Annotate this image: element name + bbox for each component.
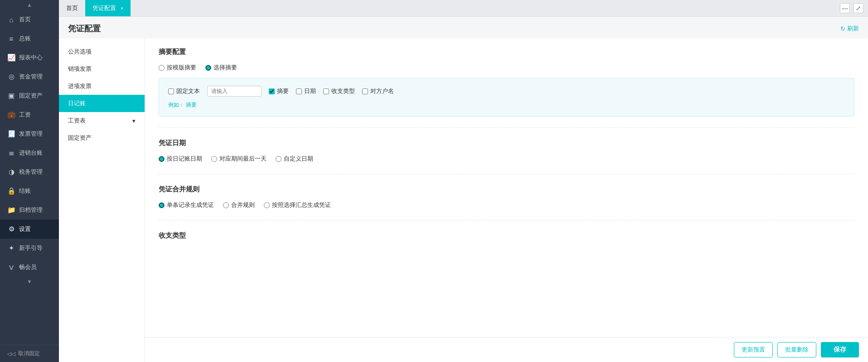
radio-template-summary-input[interactable]	[159, 65, 165, 71]
ledger-icon: ≡	[7, 35, 15, 43]
sidebar-item-payroll[interactable]: 💼 工资	[0, 105, 59, 124]
sidebar-item-sales-ledger[interactable]: ≣ 进销台账	[0, 143, 59, 162]
checkbox-income-expense-label: 收支类型	[331, 87, 355, 95]
body-layout: 公共选项 销项发票 进项发票 日记账 工资表 ▾ 固定资产	[59, 39, 868, 362]
sidebar-scroll-up[interactable]: ▲	[0, 0, 59, 10]
checkbox-counterparty-label: 对方户名	[370, 87, 394, 95]
radio-select-summary-input[interactable]	[205, 65, 211, 71]
maximize-button[interactable]: ⤢	[853, 3, 863, 13]
sidebar-item-reports[interactable]: 📈 报表中心	[0, 48, 59, 67]
radio-journal-date-input[interactable]	[159, 156, 165, 162]
radio-select-merge[interactable]: 按照选择汇总生成凭证	[264, 201, 331, 209]
radio-custom-date[interactable]: 自定义日期	[276, 155, 313, 163]
left-nav-item-label: 销项发票	[68, 65, 92, 73]
sidebar: ▲ ⌂ 首页 ≡ 总账 📈 报表中心 ◎ 资金管理 ▣ 固定资产 💼 工资 🧾 …	[0, 0, 59, 362]
update-preview-button[interactable]: 更新预置	[734, 342, 773, 357]
sidebar-item-funds[interactable]: ◎ 资金管理	[0, 67, 59, 86]
refresh-label: 刷新	[847, 24, 859, 33]
tab-close-icon[interactable]: ×	[121, 5, 123, 11]
checkbox-date-label: 日期	[304, 87, 316, 95]
sidebar-item-label: 总账	[19, 34, 31, 43]
radio-merge-rule-input[interactable]	[223, 202, 229, 208]
checkbox-date[interactable]: 日期	[296, 87, 316, 95]
checkbox-summary-label: 摘要	[277, 87, 289, 95]
sidebar-item-label: 首页	[19, 15, 31, 24]
radio-select-merge-input[interactable]	[264, 202, 270, 208]
save-button[interactable]: 保存	[821, 342, 859, 357]
sidebar-item-guide[interactable]: ✦ 新手引导	[0, 239, 59, 258]
sidebar-item-label: 新手引导	[19, 244, 43, 252]
radio-by-journal-date[interactable]: 按日记账日期	[159, 155, 202, 163]
summary-checkbox-row: 固定文本 摘要 日期	[168, 86, 845, 97]
radio-single-record[interactable]: 单条记录生成凭证	[159, 201, 214, 209]
left-nav: 公共选项 销项发票 进项发票 日记账 工资表 ▾ 固定资产	[59, 39, 145, 362]
radio-custom-date-input[interactable]	[276, 156, 281, 162]
radio-journal-date-label: 按日记账日期	[167, 155, 202, 163]
funds-icon: ◎	[7, 73, 15, 81]
checkbox-fixed-text-input[interactable]	[168, 88, 174, 94]
vip-icon: V	[7, 264, 15, 271]
radio-template-summary-label: 按模版摘要	[167, 64, 196, 72]
left-nav-sales-invoice[interactable]: 销项发票	[59, 60, 145, 78]
minimize-button[interactable]: —	[840, 3, 850, 13]
checkbox-fixed-text[interactable]: 固定文本	[168, 87, 200, 95]
left-nav-public[interactable]: 公共选项	[59, 43, 145, 60]
voucher-date-title: 凭证日期	[159, 139, 854, 147]
merge-rules-radio-group: 单条记录生成凭证 合并规则 按照选择汇总生成凭证	[159, 201, 854, 209]
right-scroll-wrapper: 摘要配置 按模版摘要 选择摘要	[145, 39, 868, 362]
left-nav-purchase-invoice[interactable]: 进项发票	[59, 78, 145, 95]
summary-config-title: 摘要配置	[159, 48, 854, 56]
tab-actions: — ⤢	[840, 3, 868, 13]
checkbox-summary[interactable]: 摘要	[269, 87, 289, 95]
sidebar-unpin[interactable]: ◁◁ 取消固定	[0, 345, 59, 362]
radio-template-summary[interactable]: 按模版摘要	[159, 64, 196, 72]
refresh-button[interactable]: ↻ 刷新	[840, 24, 859, 33]
radio-last-day-period[interactable]: 对应期间最后一天	[211, 155, 267, 163]
guide-icon: ✦	[7, 244, 15, 252]
sidebar-item-ledger[interactable]: ≡ 总账	[0, 29, 59, 48]
sidebar-item-label: 设置	[19, 225, 31, 233]
fixed-text-input[interactable]	[207, 86, 262, 97]
sidebar-item-settings[interactable]: ⚙ 设置	[0, 220, 59, 239]
checkbox-counterparty[interactable]: 对方户名	[362, 87, 394, 95]
example-value: 摘要	[186, 102, 197, 108]
tab-home[interactable]: 首页	[59, 0, 85, 16]
checkbox-income-expense[interactable]: 收支类型	[323, 87, 355, 95]
left-nav-journal[interactable]: 日记账	[59, 95, 145, 112]
page-header: 凭证配置 ↻ 刷新	[59, 17, 868, 39]
radio-single-record-input[interactable]	[159, 202, 165, 208]
left-nav-item-label: 日记账	[68, 99, 86, 108]
batch-delete-button[interactable]: 批量删除	[777, 342, 816, 357]
radio-last-day-input[interactable]	[211, 156, 217, 162]
left-nav-payroll-table[interactable]: 工资表 ▾	[59, 112, 145, 129]
sidebar-item-assets[interactable]: ▣ 固定资产	[0, 86, 59, 105]
income-expense-section: 收支类型	[159, 231, 854, 258]
radio-select-summary[interactable]: 选择摘要	[205, 64, 237, 72]
main-area: 首页 凭证配置 × — ⤢ 凭证配置 ↻ 刷新	[59, 0, 868, 362]
settings-icon: ⚙	[7, 225, 15, 233]
checkbox-summary-input[interactable]	[269, 88, 275, 94]
radio-last-day-label: 对应期间最后一天	[219, 155, 267, 163]
tab-voucher-config[interactable]: 凭证配置 ×	[85, 0, 131, 16]
sidebar-item-home[interactable]: ⌂ 首页	[0, 10, 59, 29]
merge-rules-section: 凭证合并规则 单条记录生成凭证 合并规则	[159, 185, 854, 220]
sidebar-item-label: 进销台账	[19, 149, 43, 157]
sidebar-item-vip[interactable]: V 畅会员	[0, 258, 59, 277]
page-title: 凭证配置	[68, 23, 101, 34]
sidebar-item-tax[interactable]: ◑ 税务管理	[0, 162, 59, 181]
left-nav-fixed-assets[interactable]: 固定资产	[59, 129, 145, 147]
checkbox-income-expense-input[interactable]	[323, 88, 329, 94]
sidebar-scroll-down[interactable]: ▼	[0, 277, 59, 287]
radio-single-record-label: 单条记录生成凭证	[167, 201, 214, 209]
refresh-icon: ↻	[840, 25, 845, 32]
checkbox-date-input[interactable]	[296, 88, 302, 94]
summary-config-section: 摘要配置 按模版摘要 选择摘要	[159, 48, 854, 128]
sidebar-item-archive[interactable]: 📁 归档管理	[0, 201, 59, 220]
sidebar-item-invoice-mgmt[interactable]: 🧾 发票管理	[0, 124, 59, 143]
sidebar-item-closing[interactable]: 🔒 结账	[0, 181, 59, 201]
checkbox-counterparty-input[interactable]	[362, 88, 368, 94]
radio-merge-rule[interactable]: 合并规则	[223, 201, 255, 209]
payroll-icon: 💼	[7, 111, 15, 119]
closing-icon: 🔒	[7, 187, 15, 195]
checkbox-fixed-text-label: 固定文本	[176, 87, 200, 95]
